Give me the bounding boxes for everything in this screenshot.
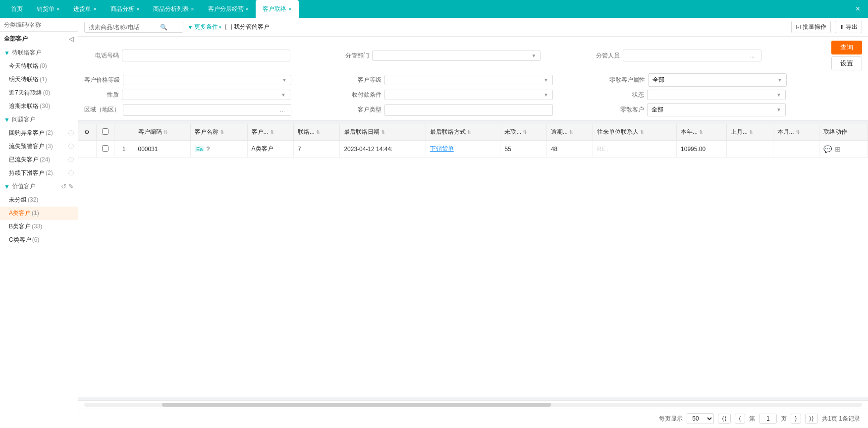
sidebar-search-input[interactable] [4,21,78,28]
sidebar-all-customers[interactable]: 全部客户 ◁ [0,32,78,46]
filter-select-retail-attr[interactable]: 全部 ▼ [648,73,787,87]
sidebar-item-7days-contact[interactable]: 近7天待联络(0) [0,86,78,100]
sidebar-group-problems[interactable]: ▼ 问题客户 [0,113,78,126]
select-all-checkbox[interactable] [102,128,108,135]
filter-select-price-level[interactable]: ▼ [123,75,291,85]
scrollbar-thumb[interactable] [162,403,551,407]
nav-customer-segment-close[interactable]: × [246,6,249,12]
sidebar-collapse-icon[interactable]: ◁ [69,35,74,43]
col-last-contact-method[interactable]: 最后联络方式 ⇅ [426,124,500,141]
filter-select-nature[interactable]: ▼ [122,90,290,100]
nav-goods-analysis[interactable]: 商品分析 × [104,0,146,18]
horizontal-scrollbar[interactable] [78,400,868,409]
nav-goods-list[interactable]: 商品分析列表 × [146,0,201,18]
sidebar-item-c-class[interactable]: C类客户(6) [0,233,78,247]
sidebar-item-overdue-contact[interactable]: 逾期未联络(30) [0,100,78,113]
ellipsis-icon[interactable]: ... [748,52,757,59]
nav-home[interactable]: 首页 [4,0,30,18]
more-action-icon[interactable]: ⊞ [835,145,841,153]
close-all-btn[interactable]: × [852,4,864,13]
triangle-icon-2: ▼ [4,116,10,123]
filter-input-phone[interactable] [122,50,290,61]
nav-goods-list-close[interactable]: × [191,6,194,12]
col-level[interactable]: 客户... ⇅ [247,124,293,141]
last-page-btn[interactable]: ⟩⟩ [805,414,818,424]
filter-select-payment[interactable]: ▼ [384,90,553,100]
sidebar-group-value[interactable]: ▼ 价值客户 ↺ ✎ [0,180,78,193]
current-page-input[interactable] [759,414,777,424]
filter-icon: ▼ [187,24,193,31]
export-btn[interactable]: ⬆ 导出 [835,21,862,33]
filter-select-customer-level[interactable]: ▼ [384,75,553,85]
filter-label-dept: 分管部门 [334,52,369,60]
col-action: 联络动作 [819,124,868,141]
filter-label-manager: 分管人员 [585,52,620,60]
nav-sales-close[interactable]: × [56,6,59,12]
filter-field-retail-customer: 零散客户 全部 ▼ [609,103,862,116]
sidebar-item-churn-warning[interactable]: 流失预警客户(3) ⓘ [0,140,78,153]
col-last-contact-date[interactable]: 最后联络日期 ⇅ [340,124,426,141]
col-overdue[interactable]: 逾期... ⇅ [546,124,593,141]
contact-action-icon[interactable]: 💬 [823,145,832,153]
filter-select-status[interactable]: ▼ [647,90,786,100]
nav-customer-segment[interactable]: 客户分层经营 × [201,0,256,18]
sort-not-contacted-icon: ⇅ [523,129,527,135]
my-customers-checkbox-label[interactable]: 我分管的客户 [225,23,270,31]
sidebar-item-b-class[interactable]: B类客户(33) [0,220,78,233]
col-this-month[interactable]: 本月... ⇅ [773,124,819,141]
filter-select-region[interactable]: ... [123,104,291,116]
row-index-cell: 1 [114,141,134,158]
col-this-year[interactable]: 本年... ⇅ [677,124,727,141]
row-checkbox[interactable] [102,145,108,152]
sidebar-item-churned[interactable]: 已流失客户(24) ⓘ [0,153,78,166]
last-contact-method-link[interactable]: 下销货单 [430,145,454,152]
sidebar-item-a-class[interactable]: A类客户(1) [0,207,78,220]
search-input[interactable] [89,24,158,31]
row-checkbox-cell[interactable] [96,141,114,158]
filter-input-customer-type[interactable] [384,104,553,116]
col-not-contacted[interactable]: 未联... ⇅ [500,124,546,141]
per-page-select[interactable]: 50 100 200 [687,413,714,424]
nav-sales[interactable]: 销货单 × [30,0,66,18]
nav-customer-contact-close[interactable]: × [288,6,291,12]
scrollbar-track[interactable] [84,403,862,407]
my-customers-checkbox[interactable] [225,24,232,30]
ellipsis-region-icon[interactable]: ... [278,107,287,113]
sidebar-item-declining[interactable]: 持续下滑客户(2) ⓘ [0,166,78,180]
filter-select-dept[interactable]: ▼ [372,51,541,61]
sidebar-item-unclassified[interactable]: 未分组(32) [0,193,78,207]
col-last-month[interactable]: 上月... ⇅ [727,124,773,141]
col-unit-contact[interactable]: 往来单位联系人 ⇅ [593,124,677,141]
sidebar-group-pending[interactable]: ▼ 待联络客户 [0,46,78,59]
sort-name-icon: ⇅ [220,129,224,135]
sidebar-item-repurchase-abnormal[interactable]: 回购异常客户(2) ⓘ [0,126,78,140]
sidebar-item-today-contact[interactable]: 今天待联络(0) [0,59,78,73]
next-page-btn[interactable]: ⟩ [791,414,801,424]
filter-row-1: 电话号码 分管部门 ▼ 分管人员 ... [84,41,862,70]
batch-op-btn[interactable]: ☑ 批量操作 [791,21,831,33]
nav-purchase-close[interactable]: × [93,6,96,12]
row-action-cell: 💬 ⊞ [819,141,868,158]
col-contact-count[interactable]: 联络... ⇅ [293,124,339,141]
settings-btn[interactable]: 设置 [831,56,862,70]
filter-select-retail-customer[interactable]: 全部 ▼ [647,103,786,116]
edit-group-icon[interactable]: ✎ [68,183,74,190]
col-name[interactable]: 客户名称 ⇅ [191,124,248,141]
col-checkbox-header[interactable] [96,124,114,141]
refresh-icon[interactable]: ↺ [61,183,66,190]
search-icon: 🔍 [160,24,167,31]
filter-select-manager[interactable]: ... [623,50,761,61]
search-box[interactable]: 🔍 [84,22,183,33]
nav-goods-analysis-close[interactable]: × [136,6,139,12]
more-conditions-btn[interactable]: ▼ 更多条件 ▾ [187,23,221,31]
prev-page-btn[interactable]: ⟨ [735,414,745,424]
col-code[interactable]: 客户编码 ⇅ [134,124,191,141]
query-btn[interactable]: 查询 [831,41,862,54]
total-records-info: 共1页 1条记录 [822,415,860,423]
col-settings[interactable]: ⚙ [78,124,96,141]
nav-purchase[interactable]: 进货单 × [66,0,103,18]
nav-customer-contact[interactable]: 客户联络 × [256,0,298,18]
sidebar-item-tomorrow-contact[interactable]: 明天待联络(1) [0,73,78,86]
sidebar-search-bar: 🔍 [0,18,78,32]
first-page-btn[interactable]: ⟨⟨ [718,414,731,424]
